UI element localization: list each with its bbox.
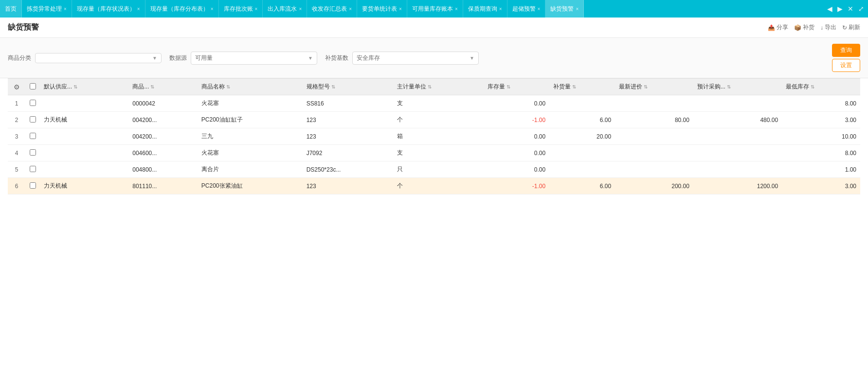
nav-tab-label: 保质期查询 (468, 5, 497, 13)
query-button[interactable]: 查询 (832, 44, 860, 57)
row-est-purchase: 480.00 (693, 112, 782, 128)
row-checkbox[interactable] (30, 182, 36, 189)
row-unit: 个 (393, 112, 484, 128)
row-check (25, 128, 40, 145)
column-label: 库存量 (488, 83, 505, 91)
nav-tab-picking[interactable]: 拣货异常处理 × (22, 0, 72, 18)
nav-tab-shortage[interactable]: 缺货预警 × (545, 0, 584, 18)
sort-icon[interactable]: ⇅ (331, 84, 335, 89)
column-header-check (25, 79, 40, 95)
filter-actions: 查询 设置 (832, 44, 860, 72)
nav-tab-stock-dist[interactable]: 现存量（库存分布表） × (145, 0, 219, 18)
row-spec: 123 (303, 128, 393, 145)
share-button[interactable]: 📤 分享 (768, 23, 788, 32)
close-icon[interactable]: × (576, 6, 579, 12)
row-product-name: 火花塞 (198, 95, 303, 112)
row-latest-price (615, 145, 693, 161)
row-product-name: 火花塞 (198, 145, 303, 161)
replenish-button[interactable]: 📦 补货 (794, 23, 814, 32)
row-spec: 123 (303, 112, 393, 128)
chevron-down-icon: ▼ (152, 55, 157, 61)
row-checkbox[interactable] (30, 116, 36, 123)
sort-icon[interactable]: ⇅ (506, 84, 510, 89)
gear-icon[interactable]: ⚙ (14, 83, 20, 91)
row-unit: 箱 (393, 128, 484, 145)
basis-select[interactable]: 安全库存 ▼ (352, 52, 479, 65)
nav-tab-summary[interactable]: 收发存汇总表 × (307, 0, 357, 18)
row-min-stock: 8.00 (782, 145, 860, 161)
close-icon[interactable]: × (137, 6, 140, 12)
row-spec: J7092 (303, 145, 393, 161)
row-check (25, 178, 40, 194)
nav-close-button[interactable]: ✕ (846, 4, 855, 14)
sort-icon[interactable]: ⇅ (73, 84, 77, 89)
datasource-select-value: 可用量 (195, 54, 308, 62)
row-check (25, 95, 40, 112)
row-spec: SS816 (303, 95, 393, 112)
category-select[interactable]: ▼ (35, 53, 162, 63)
column-header-est-purchase: 预计采购... ⇅ (693, 79, 782, 95)
row-spec: 123 (303, 178, 393, 194)
close-icon[interactable]: × (499, 6, 502, 12)
row-supplier (40, 95, 128, 112)
row-unit: 支 (393, 95, 484, 112)
nav-tab-available[interactable]: 可用量库存账本 × (407, 0, 463, 18)
close-icon[interactable]: × (211, 6, 214, 12)
column-header-product-name: 商品名称 ⇅ (198, 79, 303, 95)
column-label: 默认供应... (44, 83, 72, 91)
nav-fullscreen-button[interactable]: ⤢ (856, 4, 866, 14)
column-label: 商品名称 (201, 83, 225, 91)
close-icon[interactable]: × (255, 6, 258, 12)
nav-tab-inout[interactable]: 出入库流水 × (263, 0, 307, 18)
row-est-purchase (693, 128, 782, 145)
sort-icon[interactable]: ⇅ (572, 84, 576, 89)
settings-button[interactable]: 设置 (832, 59, 860, 72)
column-header-min-stock: 最低库存 ⇅ (782, 79, 860, 95)
table-row: 2 力天机械 004200... PC200油缸缸子 123 个 -1.00 6… (8, 112, 860, 128)
row-stock-qty: -1.00 (484, 178, 549, 194)
row-checkbox[interactable] (30, 149, 36, 156)
refresh-icon: ↻ (842, 24, 847, 31)
close-icon[interactable]: × (64, 6, 67, 12)
datasource-select[interactable]: 可用量 ▼ (191, 52, 317, 65)
row-product-name: 离合片 (198, 161, 303, 178)
column-header-supplier: 默认供应... ⇅ (40, 79, 128, 95)
column-header-replenish: 补货量 ⇅ (549, 79, 615, 95)
row-checkbox[interactable] (30, 133, 36, 139)
nav-tab-batch[interactable]: 库存批次账 × (219, 0, 263, 18)
row-supplier: 力天机械 (40, 112, 128, 128)
column-header-unit: 主计量单位 ⇅ (393, 79, 484, 95)
row-check (25, 161, 40, 178)
datasource-label: 数据源 (169, 54, 187, 62)
row-checkbox[interactable] (30, 100, 36, 106)
sort-icon[interactable]: ⇅ (727, 84, 731, 89)
sort-icon[interactable]: ⇅ (150, 84, 154, 89)
nav-next-button[interactable]: ▶ (835, 4, 845, 14)
table-row: 6 力天机械 801110... PC200张紧油缸 123 个 -1.00 6… (8, 178, 860, 194)
close-icon[interactable]: × (299, 6, 302, 12)
nav-tab-expiry[interactable]: 保质期查询 × (463, 0, 507, 18)
sort-icon[interactable]: ⇅ (644, 84, 648, 89)
sort-icon[interactable]: ⇅ (811, 84, 814, 89)
sort-icon[interactable]: ⇅ (226, 84, 230, 89)
select-all-checkbox[interactable] (30, 83, 36, 89)
close-icon[interactable]: × (399, 6, 402, 12)
row-replenish-qty: 6.00 (549, 178, 615, 194)
close-icon[interactable]: × (349, 6, 352, 12)
nav-tab-home[interactable]: 首页 (0, 0, 22, 18)
chevron-down-icon: ▼ (308, 55, 313, 61)
nav-prev-button[interactable]: ◀ (825, 4, 834, 14)
nav-tab-stock-status[interactable]: 现存量（库存状况表） × (72, 0, 145, 18)
sort-icon[interactable]: ⇅ (428, 84, 432, 89)
nav-tab-requisition[interactable]: 要货单统计表 × (357, 0, 407, 18)
main-content: 缺货预警 📤 分享 📦 补货 ↓ 导出 ↻ 刷新 商品分类 (0, 18, 868, 387)
table-header-row: ⚙ 默认供应... ⇅ 商品... ⇅ (8, 79, 860, 95)
nav-tab-overstock[interactable]: 超储预警 × (507, 0, 546, 18)
close-icon[interactable]: × (538, 6, 541, 12)
export-button[interactable]: ↓ 导出 (820, 23, 836, 32)
refresh-button[interactable]: ↻ 刷新 (842, 23, 860, 32)
row-checkbox[interactable] (30, 166, 36, 172)
row-number: 4 (8, 145, 25, 161)
close-icon[interactable]: × (455, 6, 458, 12)
row-number: 1 (8, 95, 25, 112)
